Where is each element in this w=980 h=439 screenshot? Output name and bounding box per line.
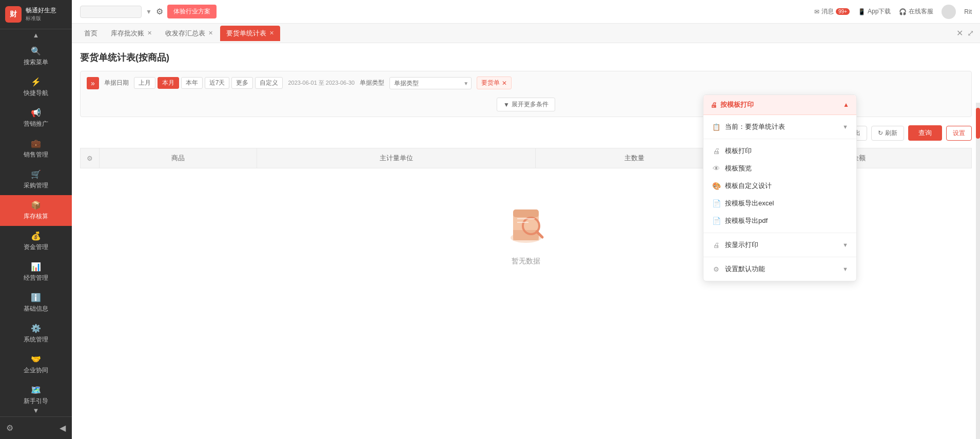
- sidebar-collapse-icon[interactable]: ◀: [60, 423, 66, 433]
- right-scrollbar[interactable]: [976, 103, 980, 439]
- sidebar-item-guide[interactable]: 🗺️ 新手引导: [0, 380, 72, 405]
- breadcrumb-input[interactable]: [80, 6, 142, 18]
- tab-order-stats[interactable]: 要货单统计表 ✕: [220, 26, 280, 41]
- dropdown-item-template-preview[interactable]: 👁 模板预览: [703, 160, 856, 177]
- sidebar-item-purchase[interactable]: 🛒 采购管理: [0, 164, 72, 195]
- print-dropdown: 🖨 按模板打印 ▲ 📋 当前：要货单统计表 ▼ 🖨 模板打印: [703, 94, 857, 281]
- app-download-icon: 📱: [858, 8, 866, 15]
- filter-row: » 单据日期 上月 本月 本年 近7天 更多 自定义 2023-06-01 至 …: [87, 77, 965, 89]
- dropdown-display-print-left: 🖨 按显示打印: [712, 240, 758, 250]
- dropdown-item-export-excel[interactable]: 📄 按模板导出excel: [703, 195, 856, 212]
- template-print-icon: 🖨: [712, 147, 721, 155]
- tab-home[interactable]: 首页: [78, 26, 104, 41]
- header-left: ▼ ⚙ 体验行业方案: [80, 5, 217, 18]
- user-name: Rit: [964, 8, 972, 15]
- dropdown-current-section: 📋 当前：要货单统计表 ▼: [703, 115, 856, 139]
- export-excel-icon: 📄: [712, 199, 721, 207]
- online-service-action[interactable]: 🎧 在线客服: [899, 7, 933, 16]
- basic-info-icon: ℹ️: [31, 293, 41, 302]
- messages-action[interactable]: ✉ 消息 99+: [814, 7, 850, 16]
- dropdown-set-default-item[interactable]: ⚙ 设置默认功能 ▼: [703, 260, 856, 278]
- sidebar-item-inventory[interactable]: 📦 库存核算: [0, 195, 72, 226]
- sidebar-item-finance[interactable]: 💰 资金管理: [0, 226, 72, 257]
- sidebar-item-quick-nav[interactable]: ⚡ 快捷导航: [0, 72, 72, 103]
- query-button[interactable]: 查询: [908, 125, 942, 141]
- dropdown-item-export-pdf[interactable]: 📄 按模板导出pdf: [703, 212, 856, 230]
- expand-more-btn[interactable]: ▼ 展开更多条件: [497, 98, 555, 111]
- table-col-settings: ⚙: [81, 148, 100, 168]
- date-btn-more[interactable]: 更多: [231, 77, 253, 89]
- breadcrumb-chevron-icon[interactable]: ▼: [146, 8, 152, 15]
- dropdown-chevron-up-icon[interactable]: ▲: [843, 101, 849, 108]
- headset-icon: 🎧: [899, 8, 907, 15]
- date-buttons: 上月 本月 本年 近7天 更多 自定义: [134, 77, 283, 89]
- logo-text: 畅通好生意 标准版: [26, 7, 56, 22]
- sidebar-footer: ⚙ ◀: [0, 416, 72, 439]
- dropdown-item-template-print[interactable]: 🖨 模板打印: [703, 142, 856, 160]
- empty-state-icon: [500, 199, 552, 251]
- sidebar-item-sales[interactable]: 💼 销售管理: [0, 133, 72, 164]
- dropdown-set-default-section: ⚙ 设置默认功能 ▼: [703, 257, 856, 281]
- goods-tag-filter[interactable]: 要货单 ✕: [477, 77, 512, 89]
- header-right: ✉ 消息 99+ 📱 App下载 🎧 在线客服 Rit: [814, 5, 972, 19]
- window-maximize-icon[interactable]: ⤢: [967, 28, 974, 38]
- dropdown-display-print-item[interactable]: 🖨 按显示打印 ▼: [703, 236, 856, 254]
- current-section-chevron-icon: ▼: [842, 124, 848, 130]
- tab-close-receipt-summary[interactable]: ✕: [208, 30, 213, 36]
- sidebar-item-basic-info[interactable]: ℹ️ 基础信息: [0, 288, 72, 318]
- sidebar-item-search[interactable]: 🔍 搜索菜单: [0, 41, 72, 72]
- filter-expand-btn[interactable]: »: [87, 77, 99, 89]
- dropdown-header-left: 🖨 按模板打印: [711, 100, 754, 109]
- top-header: ▼ ⚙ 体验行业方案 ✉ 消息 99+ 📱 App下载 🎧 在线客服 Rit: [72, 0, 980, 24]
- sidebar-scroll-up[interactable]: ▲: [0, 29, 72, 41]
- setting-button[interactable]: 设置: [946, 126, 972, 141]
- date-btn-current-year[interactable]: 本年: [181, 77, 203, 89]
- goods-tag-label: 要货单: [481, 79, 500, 87]
- doc-type-label: 单据类型: [360, 79, 384, 87]
- date-range: 2023-06-01 至 2023-06-30: [288, 79, 355, 87]
- sidebar-item-system[interactable]: ⚙️ 系统管理: [0, 318, 72, 349]
- dropdown-item-template-design[interactable]: 🎨 模板自定义设计: [703, 177, 856, 195]
- guide-icon: 🗺️: [31, 385, 41, 395]
- refresh-button[interactable]: ↻ 刷新: [871, 126, 904, 141]
- sidebar: 财 畅通好生意 标准版 ▲ 🔍 搜索菜单 ⚡ 快捷导航 📢 营销推广 💼 销售管…: [0, 0, 72, 439]
- expand-chevron-icon: ▼: [503, 101, 509, 108]
- search-icon: 🔍: [31, 46, 41, 56]
- app-download-action[interactable]: 📱 App下载: [858, 7, 891, 16]
- table-settings-gear-icon[interactable]: ⚙: [87, 155, 93, 162]
- dropdown-doc-icon: 📋: [712, 123, 721, 131]
- sidebar-nav: 🔍 搜索菜单 ⚡ 快捷导航 📢 营销推广 💼 销售管理 🛒 采购管理 📦 库存核…: [0, 41, 72, 405]
- user-avatar[interactable]: [942, 5, 956, 19]
- trial-button[interactable]: 体验行业方案: [167, 5, 217, 18]
- date-label: 单据日期: [104, 79, 129, 87]
- dropdown-current-item[interactable]: 📋 当前：要货单统计表 ▼: [703, 118, 856, 136]
- template-preview-icon: 👁: [712, 164, 721, 173]
- window-close-icon[interactable]: ✕: [956, 28, 963, 38]
- inventory-icon: 📦: [31, 200, 41, 210]
- tab-receipt-summary[interactable]: 收发存汇总表 ✕: [159, 26, 219, 41]
- date-btn-prev-month[interactable]: 上月: [134, 77, 155, 89]
- sidebar-item-cooperation[interactable]: 🤝 企业协同: [0, 349, 72, 380]
- set-default-chevron-icon: ▼: [842, 266, 848, 272]
- tab-close-inventory-batch[interactable]: ✕: [147, 30, 152, 36]
- dropdown-current-left: 📋 当前：要货单统计表: [712, 122, 785, 131]
- date-btn-current-month[interactable]: 本月: [158, 77, 179, 89]
- display-print-icon: 🖨: [712, 241, 721, 249]
- goods-tag-close-icon[interactable]: ✕: [502, 80, 507, 87]
- sidebar-scroll-down[interactable]: ▼: [0, 405, 72, 416]
- sidebar-item-operations[interactable]: 📊 经营管理: [0, 257, 72, 288]
- tab-inventory-batch[interactable]: 库存批次账 ✕: [105, 26, 158, 41]
- header-settings-icon[interactable]: ⚙: [156, 7, 163, 16]
- doc-type-select-wrapper: 单据类型: [389, 77, 472, 89]
- tabs-bar: 首页 库存批次账 ✕ 收发存汇总表 ✕ 要货单统计表 ✕ ✕ ⤢: [72, 24, 980, 43]
- sidebar-item-marketing[interactable]: 📢 营销推广: [0, 103, 72, 133]
- tab-close-order-stats[interactable]: ✕: [269, 30, 274, 36]
- set-default-icon: ⚙: [712, 265, 721, 273]
- sidebar-settings-icon[interactable]: ⚙: [6, 423, 13, 433]
- marketing-icon: 📢: [31, 108, 41, 118]
- doc-type-select[interactable]: 单据类型: [389, 77, 472, 89]
- sales-icon: 💼: [31, 139, 41, 148]
- date-btn-custom[interactable]: 自定义: [255, 77, 283, 89]
- quick-nav-icon: ⚡: [31, 77, 41, 87]
- date-btn-last-7[interactable]: 近7天: [205, 77, 230, 89]
